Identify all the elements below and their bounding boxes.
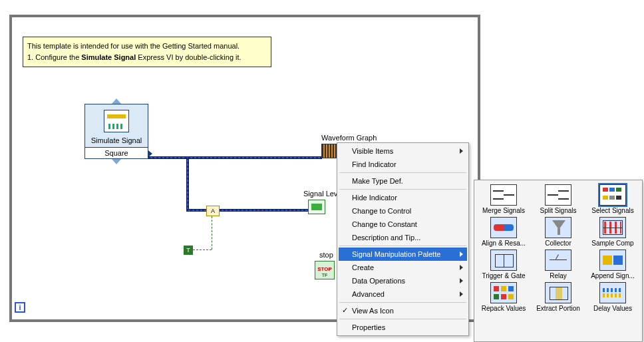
pi-merge-icon — [490, 184, 517, 206]
pi-funnel-icon — [545, 217, 571, 238]
palette-item[interactable]: Merge Signals — [477, 184, 530, 216]
pi-extract-icon — [545, 282, 571, 303]
palette-item-label: Trigger & Gate — [482, 272, 525, 279]
context-menu-item-label: Data Operations — [352, 277, 405, 285]
stop-terminal[interactable]: STOP TF — [315, 261, 335, 279]
pi-trig-icon — [490, 250, 517, 271]
signal-level-terminal[interactable] — [308, 200, 325, 214]
expand-down-handle[interactable] — [112, 159, 121, 164]
context-menu-item-label: Change to Control — [352, 207, 411, 215]
context-menu: Visible ItemsFind IndicatorMake Type Def… — [337, 142, 469, 336]
pi-split-icon — [545, 184, 571, 206]
context-menu-separator — [339, 189, 466, 190]
context-menu-item-label: Hide Indicator — [352, 194, 397, 202]
palette-item-label: Select Signals — [591, 207, 633, 214]
note-line-2: 1. Configure the Simulate Signal Express… — [27, 53, 267, 63]
pi-sample-icon — [599, 217, 626, 238]
palette-item-label: Align & Resa... — [482, 240, 526, 247]
check-icon: ✓ — [342, 306, 348, 315]
context-menu-item-label: Change to Constant — [352, 220, 417, 228]
palette-item-label: Repack Values — [482, 305, 526, 312]
context-menu-item[interactable]: Advanced — [339, 287, 467, 301]
context-menu-item-label: Make Type Def. — [352, 177, 403, 185]
waveform-graph-label: Waveform Graph — [321, 134, 377, 142]
palette-item[interactable]: Select Signals — [586, 184, 639, 216]
wire-to-and[interactable] — [186, 209, 207, 212]
boolean-true-constant[interactable]: T — [184, 246, 193, 255]
context-menu-item-label: Properties — [352, 323, 385, 331]
palette-item-label: Append Sign... — [591, 272, 635, 279]
palette-item[interactable]: Append Sign... — [586, 250, 639, 281]
context-menu-item-label: View As Icon — [352, 307, 394, 315]
palette-item[interactable]: Sample Comp — [586, 217, 639, 248]
wire-signal-branch-v[interactable] — [186, 158, 189, 211]
palette-item-label: Delay Values — [593, 305, 632, 312]
context-menu-item[interactable]: Create — [339, 261, 467, 274]
context-menu-item[interactable]: Description and Tip... — [339, 231, 467, 244]
submenu-arrow-icon — [460, 291, 463, 297]
wire-bool-h[interactable] — [193, 250, 212, 250]
context-menu-item[interactable]: Data Operations — [339, 274, 467, 287]
context-menu-item[interactable]: Change to Control — [339, 204, 467, 218]
context-menu-item-label: Advanced — [352, 290, 385, 298]
wire-and-to-siglevel[interactable] — [220, 209, 309, 212]
simulate-signal-body: Simulate Signal Square — [84, 104, 148, 159]
palette-item[interactable]: Split Signals — [532, 184, 585, 216]
and-node[interactable]: A — [206, 206, 220, 216]
note-line-1: This template is intended for use with t… — [27, 41, 267, 51]
context-menu-item[interactable]: Properties — [339, 321, 467, 334]
context-menu-separator — [339, 246, 466, 246]
palette-item[interactable]: Trigger & Gate — [477, 250, 530, 281]
submenu-arrow-icon — [460, 252, 463, 257]
simulate-signal-output-square[interactable]: Square — [85, 147, 148, 158]
context-menu-item[interactable]: ✓View As Icon — [339, 304, 467, 317]
palette-item-label: Relay — [550, 272, 567, 279]
palette-item[interactable]: Repack Values — [477, 282, 530, 313]
palette-item-label: Collector — [545, 240, 571, 247]
submenu-arrow-icon — [460, 278, 463, 283]
context-menu-item[interactable]: Signal Manipulation Palette — [339, 248, 467, 261]
context-menu-item-label: Visible Items — [352, 147, 393, 155]
context-menu-item[interactable]: Visible Items — [339, 144, 467, 158]
stop-label: stop — [319, 251, 333, 259]
palette-item[interactable]: Align & Resa... — [477, 217, 530, 248]
expand-up-handle[interactable] — [112, 98, 121, 104]
context-menu-item-label: Create — [352, 263, 374, 271]
wire-signal-main[interactable] — [148, 156, 322, 159]
signal-manipulation-palette: Merge SignalsSplit SignalsSelect Signals… — [474, 180, 643, 342]
context-menu-item[interactable]: Hide Indicator — [339, 191, 467, 204]
simulate-signal-label: Simulate Signal — [85, 135, 148, 147]
context-menu-item-label: Description and Tip... — [352, 234, 420, 242]
palette-item[interactable]: Relay — [532, 250, 585, 281]
palette-item[interactable]: Collector — [532, 217, 585, 248]
palette-item-label: Merge Signals — [482, 207, 525, 214]
simulate-signal-icon — [104, 110, 129, 132]
pi-append-icon — [599, 250, 626, 271]
signal-level-label: Signal Leve — [303, 190, 342, 198]
comment-note: This template is intended for use with t… — [23, 37, 271, 67]
wire-bool-v[interactable] — [212, 216, 212, 250]
context-menu-separator — [339, 172, 466, 173]
pi-wave-icon — [490, 217, 517, 238]
palette-item[interactable]: Extract Portion — [532, 282, 585, 313]
context-menu-item[interactable]: Find Indicator — [339, 158, 467, 171]
context-menu-item-label: Signal Manipulation Palette — [352, 250, 440, 258]
submenu-arrow-icon — [460, 265, 463, 270]
simulate-signal-express-vi[interactable]: Simulate Signal Square — [84, 98, 148, 164]
palette-item-label: Split Signals — [540, 207, 576, 214]
submenu-arrow-icon — [460, 148, 463, 154]
palette-item-label: Sample Comp — [591, 240, 633, 247]
palette-item[interactable]: Delay Values — [586, 282, 639, 313]
pi-select-icon — [599, 184, 626, 206]
pi-relay-icon — [545, 250, 571, 271]
context-menu-separator — [339, 319, 466, 319]
context-menu-separator — [339, 302, 466, 303]
pi-delay-icon — [599, 282, 626, 303]
context-menu-item[interactable]: Change to Constant — [339, 218, 467, 231]
context-menu-item-label: Find Indicator — [352, 160, 397, 168]
palette-item-label: Extract Portion — [536, 305, 580, 312]
pi-repack-icon — [490, 282, 517, 303]
iteration-terminal[interactable]: i — [15, 302, 25, 313]
context-menu-item[interactable]: Make Type Def. — [339, 174, 467, 188]
